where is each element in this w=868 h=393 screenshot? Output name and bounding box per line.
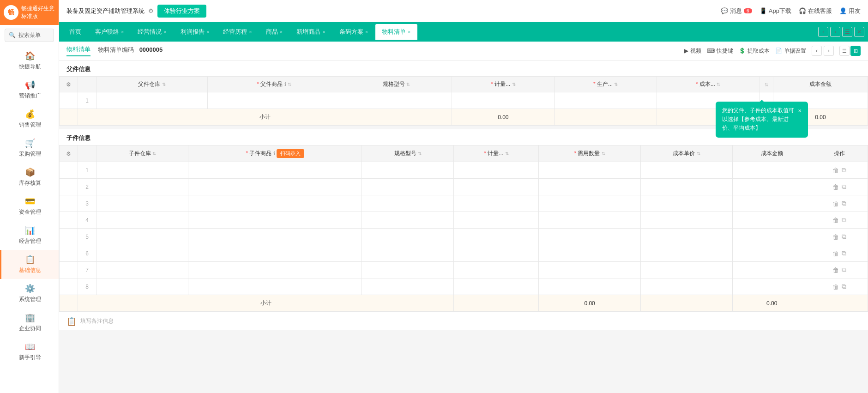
child-row1-warehouse[interactable] [96, 162, 188, 179]
child-row7-unit-price[interactable] [640, 262, 732, 278]
tab-prev-button[interactable]: ‹ [818, 27, 828, 37]
warehouse-sort-icon[interactable]: ⇅ [162, 82, 166, 87]
child-row7-goods[interactable] [188, 262, 362, 278]
sidebar-item-marketing[interactable]: 📢 营销推广 [0, 75, 59, 104]
tab-new-goods[interactable]: 新增商品 × [290, 24, 332, 40]
child-row7-delete-icon[interactable]: 🗑 [832, 266, 839, 274]
parent-row1-unit[interactable] [452, 92, 555, 109]
child-row1-delete-icon[interactable]: 🗑 [832, 167, 839, 174]
child-row8-unit[interactable] [454, 278, 539, 295]
form-view-button[interactable]: ⊞ [850, 46, 861, 56]
child-spec-sort-icon[interactable]: ⇅ [418, 151, 422, 156]
child-row5-goods[interactable] [188, 229, 362, 245]
cost-sort-icon[interactable]: ⇅ [717, 82, 720, 87]
child-row6-warehouse[interactable] [96, 245, 188, 262]
child-row6-unit[interactable] [454, 245, 539, 262]
child-row4-unit[interactable] [454, 212, 539, 229]
production-sort-icon[interactable]: ⇅ [614, 82, 618, 87]
scan-button[interactable]: 扫码录入 [277, 149, 304, 158]
sidebar-item-operation[interactable]: 📊 经营管理 [0, 221, 59, 250]
view-video-button[interactable]: ▶ 视频 [684, 47, 701, 55]
child-row8-warehouse[interactable] [96, 278, 188, 295]
child-row2-goods[interactable] [188, 179, 362, 195]
child-row4-goods[interactable] [188, 212, 362, 229]
tab-barcode-close[interactable]: × [365, 29, 368, 35]
trial-button[interactable]: 体验行业方案 [157, 5, 206, 18]
child-goods-info-icon[interactable]: ℹ [273, 151, 275, 156]
tab-goods[interactable]: 商品 × [259, 24, 289, 40]
child-row5-delete-icon[interactable]: 🗑 [832, 233, 839, 241]
tab-next-button[interactable]: › [830, 27, 840, 37]
child-row2-copy-icon[interactable]: ⧉ [842, 183, 846, 191]
gear-icon[interactable]: ⚙ [66, 81, 71, 88]
child-warehouse-sort-icon[interactable]: ⇅ [152, 151, 156, 156]
child-row3-warehouse[interactable] [96, 195, 188, 212]
child-row1-qty[interactable] [539, 162, 640, 179]
child-row2-unit[interactable] [454, 179, 539, 195]
child-row4-warehouse[interactable] [96, 212, 188, 229]
user-menu-button[interactable]: 👤 用友 [839, 7, 861, 15]
goods-info-icon[interactable]: ℹ [284, 81, 286, 87]
page-tab-bom-list[interactable]: 物料清单 [66, 45, 90, 56]
child-row2-warehouse[interactable] [96, 179, 188, 195]
list-view-button[interactable]: ☰ [839, 46, 850, 56]
child-row7-copy-icon[interactable]: ⧉ [842, 266, 846, 274]
parent-row1-spec[interactable] [341, 92, 452, 109]
sidebar-item-inventory[interactable]: 📦 库存核算 [0, 163, 59, 192]
child-unit-sort-icon[interactable]: ⇅ [505, 151, 509, 156]
sidebar-item-system[interactable]: ⚙️ 系统管理 [0, 279, 59, 308]
shortcut-button[interactable]: ⌨ 快捷键 [707, 47, 733, 55]
tab-operation-status-close[interactable]: × [163, 29, 166, 35]
sidebar-item-purchase[interactable]: 🛒 采购管理 [0, 133, 59, 163]
parent-row1-warehouse[interactable] [96, 92, 208, 109]
child-row5-qty[interactable] [539, 229, 640, 245]
child-row6-goods[interactable] [188, 245, 362, 262]
child-row8-copy-icon[interactable]: ⧉ [842, 283, 846, 290]
child-row1-goods[interactable] [188, 162, 362, 179]
page-tab-bom-code[interactable]: 物料清单编码 0000005 [98, 46, 163, 56]
child-row2-delete-icon[interactable]: 🗑 [832, 183, 839, 191]
tab-bom-close[interactable]: × [408, 29, 410, 35]
child-row6-spec[interactable] [362, 245, 453, 262]
tab-barcode[interactable]: 条码方案 × [333, 24, 374, 40]
child-row5-unit-price[interactable] [640, 229, 732, 245]
extract-cost-button[interactable]: 💲 提取成本 [739, 47, 770, 55]
search-menu-button[interactable]: 🔍 搜索菜单 [5, 29, 54, 42]
child-row8-goods[interactable] [188, 278, 362, 295]
settings-icon[interactable]: ⚙ [148, 7, 154, 14]
child-row4-copy-icon[interactable]: ⧉ [842, 216, 846, 224]
tab-new-goods-close[interactable]: × [322, 29, 325, 35]
child-row4-delete-icon[interactable]: 🗑 [832, 217, 839, 224]
tab-operation-status[interactable]: 经营情况 × [131, 24, 173, 40]
child-row3-goods[interactable] [188, 195, 362, 212]
child-row5-unit[interactable] [454, 229, 539, 245]
child-row1-unit[interactable] [454, 162, 539, 179]
parent-col-settings[interactable]: ⚙ [60, 77, 78, 92]
tooltip-close-button[interactable]: × [798, 106, 802, 116]
child-row2-qty[interactable] [539, 179, 640, 195]
tab-menu-button[interactable]: ☰ [842, 27, 852, 37]
tab-home[interactable]: 首页 [63, 24, 88, 40]
child-row4-qty[interactable] [539, 212, 640, 229]
page-next-button[interactable]: › [824, 46, 834, 56]
app-download-button[interactable]: 📱 App下载 [760, 7, 791, 15]
single-setting-button[interactable]: 📄 单据设置 [775, 47, 806, 55]
child-row8-delete-icon[interactable]: 🗑 [832, 283, 839, 290]
child-row3-qty[interactable] [539, 195, 640, 212]
child-row6-qty[interactable] [539, 245, 640, 262]
child-row6-copy-icon[interactable]: ⧉ [842, 249, 846, 257]
child-col-settings[interactable]: ⚙ [60, 145, 78, 162]
child-row7-warehouse[interactable] [96, 262, 188, 278]
child-unit-price-sort-icon[interactable]: ⇅ [697, 151, 700, 156]
tab-goods-close[interactable]: × [280, 29, 283, 35]
child-row3-spec[interactable] [362, 195, 453, 212]
tab-customer[interactable]: 客户联络 × [89, 24, 130, 40]
sidebar-item-guide[interactable]: 📖 新手引导 [0, 337, 59, 366]
child-row7-qty[interactable] [539, 262, 640, 278]
child-row5-copy-icon[interactable]: ⧉ [842, 233, 846, 241]
tab-history[interactable]: 经营历程 × [217, 24, 258, 40]
sidebar-item-basic[interactable]: 📋 基础信息 [0, 250, 59, 279]
unit-sort-icon[interactable]: ⇅ [512, 82, 516, 87]
close-all-button[interactable]: ✕ [854, 27, 864, 37]
child-row2-unit-price[interactable] [640, 179, 732, 195]
